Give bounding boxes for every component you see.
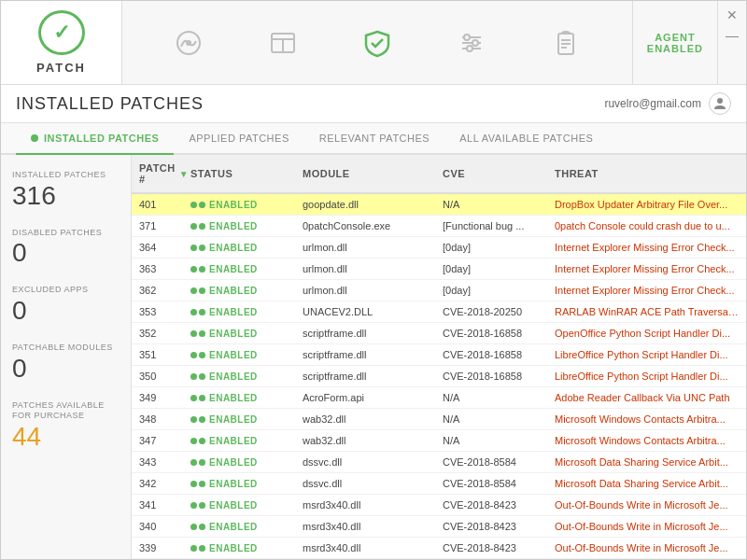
tab-relevant-patches[interactable]: RELEVANT PATCHES bbox=[304, 123, 444, 155]
cell-patch-num: 339 bbox=[132, 538, 183, 558]
cell-cve: CVE-2018-16858 bbox=[435, 366, 547, 386]
cell-cve: N/A bbox=[435, 430, 547, 451]
page-title: INSTALLED PATCHES bbox=[16, 94, 204, 114]
status-text: ENABLED bbox=[209, 221, 258, 231]
status-text: ENABLED bbox=[209, 329, 258, 339]
col-cve[interactable]: CVE bbox=[435, 155, 547, 192]
table-row[interactable]: 342 ENABLED dssvc.dll CVE-2018-8584 Micr… bbox=[132, 473, 746, 495]
app-container: ✓ PATCH bbox=[0, 0, 747, 560]
cell-patch-num: 341 bbox=[132, 495, 183, 515]
cell-cve: CVE-2018-8423 bbox=[435, 538, 547, 558]
stat-purchase-value: 44 bbox=[12, 424, 120, 450]
table-row[interactable]: 351 ENABLED scriptframe.dll CVE-2018-168… bbox=[132, 344, 746, 366]
table-row[interactable]: 363 ENABLED urlmon.dll [0day] Internet E… bbox=[132, 259, 746, 280]
cell-cve: CVE-2018-8584 bbox=[435, 473, 547, 494]
stat-purchase-label: PATCHES AVAILABLE FOR PURCHASE bbox=[12, 400, 120, 422]
col-threat[interactable]: THREAT bbox=[547, 155, 746, 192]
svg-point-8 bbox=[464, 35, 470, 40]
cell-module: msrd3x40.dll bbox=[295, 538, 435, 558]
table-row[interactable]: 343 ENABLED dssvc.dll CVE-2018-8584 Micr… bbox=[132, 452, 746, 473]
stat-installed-patches: INSTALLED PATCHES 316 bbox=[12, 170, 120, 209]
status-dots-icon bbox=[190, 330, 205, 337]
table-body[interactable]: 401 ENABLED goopdate.dll N/A DropBox Upd… bbox=[132, 194, 746, 559]
table-row[interactable]: 401 ENABLED goopdate.dll N/A DropBox Upd… bbox=[132, 194, 746, 216]
stat-disabled-label: DISABLED PATCHES bbox=[12, 228, 120, 239]
nav-clipboard-button[interactable] bbox=[543, 20, 589, 66]
status-text: ENABLED bbox=[209, 543, 258, 553]
cell-threat: Microsoft Data Sharing Service Arbit... bbox=[547, 473, 746, 494]
status-text: ENABLED bbox=[209, 522, 258, 532]
cell-cve: N/A bbox=[435, 194, 547, 215]
tab-applied-patches[interactable]: APPLIED PATCHES bbox=[174, 123, 303, 155]
user-avatar-icon[interactable] bbox=[709, 92, 731, 115]
nav-window-button[interactable] bbox=[260, 20, 306, 66]
col-patch-num[interactable]: PATCH # ▼ bbox=[132, 155, 183, 192]
status-text: ENABLED bbox=[209, 350, 258, 360]
tab-all-available-patches[interactable]: ALL AVAILABLE PATCHES bbox=[444, 123, 608, 155]
table-row[interactable]: 349 ENABLED AcroForm.api N/A Adobe Reade… bbox=[132, 387, 746, 409]
col-status[interactable]: STATUS bbox=[183, 155, 295, 192]
table-row[interactable]: 362 ENABLED urlmon.dll [0day] Internet E… bbox=[132, 280, 746, 301]
col-module[interactable]: MODULE bbox=[295, 155, 435, 192]
table-row[interactable]: 350 ENABLED scriptframe.dll CVE-2018-168… bbox=[132, 366, 746, 387]
cell-threat: Internet Explorer Missing Error Check... bbox=[547, 259, 746, 279]
status-text: ENABLED bbox=[209, 371, 258, 382]
status-text: ENABLED bbox=[209, 286, 258, 296]
svg-point-10 bbox=[467, 46, 472, 51]
stat-disabled-patches: DISABLED PATCHES 0 bbox=[12, 228, 120, 267]
sidebar: INSTALLED PATCHES 316 DISABLED PATCHES 0… bbox=[1, 155, 132, 559]
logo-section: ✓ PATCH bbox=[1, 1, 122, 84]
user-info: ruvelro@gmail.com bbox=[604, 92, 731, 115]
cell-status: ENABLED bbox=[183, 259, 295, 279]
table-row[interactable]: 352 ENABLED scriptframe.dll CVE-2018-168… bbox=[132, 323, 746, 344]
status-dots-icon bbox=[190, 287, 205, 294]
cell-module: scriptframe.dll bbox=[295, 366, 435, 386]
table-header: PATCH # ▼ STATUS MODULE CVE THREAT bbox=[132, 155, 746, 194]
cell-threat: LibreOffice Python Script Handler Di... bbox=[547, 366, 746, 386]
status-dots-icon bbox=[190, 373, 205, 380]
cell-patch-num: 349 bbox=[132, 387, 183, 408]
stat-disabled-value: 0 bbox=[12, 240, 120, 266]
status-dots-icon bbox=[190, 524, 205, 530]
cell-threat: OpenOffice Python Script Handler Di... bbox=[547, 323, 746, 343]
cell-module: goopdate.dll bbox=[295, 194, 435, 215]
table-row[interactable]: 348 ENABLED wab32.dll N/A Microsoft Wind… bbox=[132, 409, 746, 430]
svg-point-15 bbox=[717, 98, 723, 104]
nav-sliders-button[interactable] bbox=[448, 20, 495, 66]
cell-status: ENABLED bbox=[183, 195, 295, 215]
cell-cve: [0day] bbox=[435, 280, 547, 301]
table-row[interactable]: 353 ENABLED UNACEV2.DLL CVE-2018-20250 R… bbox=[132, 301, 746, 323]
svg-point-9 bbox=[472, 40, 478, 46]
table-row[interactable]: 371 ENABLED 0patchConsole.exe [Functiona… bbox=[132, 216, 746, 237]
table-row[interactable]: 341 ENABLED msrd3x40.dll CVE-2018-8423 O… bbox=[132, 495, 746, 516]
table-row[interactable]: 340 ENABLED msrd3x40.dll CVE-2018-8423 O… bbox=[132, 516, 746, 538]
stat-installed-value: 316 bbox=[12, 183, 120, 209]
cell-patch-num: 363 bbox=[132, 259, 183, 279]
table-row[interactable]: 347 ENABLED wab32.dll N/A Microsoft Wind… bbox=[132, 430, 746, 452]
cell-threat: Adobe Reader Callback Via UNC Path bbox=[547, 387, 746, 408]
cell-threat: 0patch Console could crash due to u... bbox=[547, 216, 746, 236]
nav-icons bbox=[122, 20, 632, 66]
table-row[interactable]: 339 ENABLED msrd3x40.dll CVE-2018-8423 O… bbox=[132, 538, 746, 559]
cell-threat: Microsoft Data Sharing Service Arbit... bbox=[547, 452, 746, 472]
nav-dashboard-button[interactable] bbox=[165, 20, 212, 66]
cell-patch-num: 401 bbox=[132, 194, 183, 215]
cell-patch-num: 340 bbox=[132, 516, 183, 537]
cell-cve: CVE-2018-20250 bbox=[435, 301, 547, 322]
cell-patch-num: 353 bbox=[132, 301, 183, 322]
cell-status: ENABLED bbox=[183, 238, 295, 258]
status-dots-icon bbox=[190, 395, 205, 401]
cell-cve: CVE-2018-8584 bbox=[435, 452, 547, 472]
table-row[interactable]: 364 ENABLED urlmon.dll [0day] Internet E… bbox=[132, 237, 746, 259]
cell-patch-num: 351 bbox=[132, 344, 183, 365]
tab-installed-patches[interactable]: INSTALLED PATCHES bbox=[16, 123, 174, 155]
cell-status: ENABLED bbox=[183, 431, 295, 451]
close-button[interactable]: ✕ bbox=[726, 8, 738, 21]
cell-module: scriptframe.dll bbox=[295, 344, 435, 365]
header-bar: INSTALLED PATCHES ruvelro@gmail.com bbox=[1, 85, 746, 123]
logo-circle: ✓ bbox=[38, 10, 85, 55]
cell-patch-num: 343 bbox=[132, 452, 183, 472]
status-dots-icon bbox=[190, 202, 205, 208]
nav-shield-button[interactable] bbox=[354, 20, 401, 66]
minimize-button[interactable]: — bbox=[726, 29, 739, 42]
